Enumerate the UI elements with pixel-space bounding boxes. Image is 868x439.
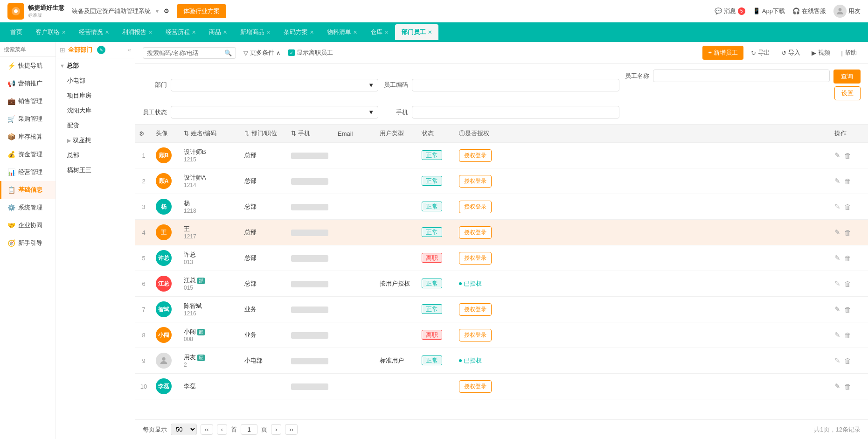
gear-setting-icon[interactable]: ⚙ bbox=[164, 7, 169, 14]
online-service-item[interactable]: 🎧 在线客服 bbox=[792, 7, 826, 15]
tab-new-goods[interactable]: 新增商品 ✕ bbox=[234, 24, 277, 40]
delete-icon[interactable]: 🗑 bbox=[844, 254, 851, 262]
sidebar-item-system[interactable]: ⚙️ 系统管理 bbox=[0, 199, 56, 216]
settings-icon[interactable]: ⚙ bbox=[139, 130, 145, 137]
edit-icon[interactable]: ✎ bbox=[834, 382, 840, 390]
close-icon[interactable]: ✕ bbox=[384, 29, 389, 35]
delete-icon[interactable]: 🗑 bbox=[844, 383, 851, 390]
auth-login-button[interactable]: 授权登录 bbox=[459, 149, 492, 162]
sidebar-item-shortcut[interactable]: ⚡ 快捷导航 bbox=[0, 57, 56, 75]
delete-icon[interactable]: 🗑 bbox=[844, 229, 851, 237]
edit-icon[interactable]: ✎ bbox=[834, 202, 840, 211]
close-icon[interactable]: ✕ bbox=[105, 29, 109, 35]
delete-icon[interactable]: 🗑 bbox=[844, 203, 851, 211]
emp-status-select[interactable]: ▼ bbox=[171, 106, 378, 118]
edit-icon[interactable]: ✎ bbox=[834, 228, 840, 237]
first-page-button[interactable]: ‹‹ bbox=[201, 424, 213, 435]
tab-history[interactable]: 经营历程 ✕ bbox=[159, 24, 202, 40]
auth-login-button[interactable]: 授权登录 bbox=[459, 303, 492, 316]
sidebar-search-input[interactable] bbox=[4, 46, 56, 53]
edit-icon[interactable]: ✎ bbox=[834, 254, 840, 262]
last-page-button[interactable]: ›› bbox=[285, 424, 298, 435]
message-item[interactable]: 💬 消息 5 bbox=[715, 7, 745, 15]
tab-customer[interactable]: 客户联络 ✕ bbox=[29, 24, 72, 40]
edit-icon[interactable]: ✎ bbox=[834, 279, 840, 288]
close-icon[interactable]: ✕ bbox=[62, 29, 66, 35]
sidebar-item-marketing[interactable]: 📢 营销推广 bbox=[0, 75, 56, 92]
trial-button[interactable]: 体验行业方案 bbox=[177, 4, 226, 18]
export-button[interactable]: ↻ 导出 bbox=[747, 47, 774, 59]
delete-icon[interactable]: 🗑 bbox=[844, 331, 851, 339]
edit-icon[interactable]: ✎ bbox=[834, 177, 840, 185]
delete-icon[interactable]: 🗑 bbox=[844, 357, 851, 365]
auth-login-button[interactable]: 授权登录 bbox=[459, 226, 492, 239]
sidebar-item-guide[interactable]: 🧭 新手引导 bbox=[0, 234, 56, 252]
close-icon[interactable]: ✕ bbox=[223, 29, 227, 35]
dept-node-small-electric[interactable]: 小电部 bbox=[56, 73, 135, 88]
auth-login-button[interactable]: 授权登录 bbox=[459, 380, 492, 393]
edit-icon[interactable]: ✎ bbox=[834, 305, 840, 314]
next-page-button[interactable]: › bbox=[271, 424, 281, 435]
sidebar-item-management[interactable]: 📊 经营管理 bbox=[0, 163, 56, 181]
show-resigned-checkbox[interactable]: ✓ bbox=[288, 49, 295, 56]
view-button[interactable]: ▶ 视频 bbox=[808, 47, 834, 59]
th-name-code[interactable]: ⇅ 姓名/编码 bbox=[180, 125, 241, 143]
user-item[interactable]: 用友 bbox=[833, 5, 861, 18]
prev-page-button[interactable]: ‹ bbox=[217, 424, 227, 435]
delete-icon[interactable]: 🗑 bbox=[844, 177, 851, 185]
dept-node-plant[interactable]: 槁树王三 bbox=[56, 163, 135, 178]
close-icon[interactable]: ✕ bbox=[266, 29, 271, 35]
tab-home[interactable]: 首页 bbox=[4, 24, 29, 40]
page-number-input[interactable] bbox=[241, 424, 257, 435]
dept-filter-select[interactable]: ▼ bbox=[171, 79, 378, 91]
th-phone[interactable]: ⇅ 手机 bbox=[287, 125, 334, 143]
phone-input[interactable] bbox=[412, 106, 619, 118]
auth-login-button[interactable]: 授权登录 bbox=[459, 201, 492, 213]
help-button[interactable]: | 帮助 bbox=[838, 47, 861, 59]
dept-edit-icon[interactable]: ✎ bbox=[97, 46, 105, 54]
delete-icon[interactable]: 🗑 bbox=[844, 280, 851, 288]
page-size-select[interactable]: 50 10 20 100 bbox=[171, 424, 197, 435]
more-filter-button[interactable]: ▽ 更多条件 ∧ bbox=[240, 47, 285, 59]
close-icon[interactable]: ✕ bbox=[353, 29, 357, 35]
auth-login-button[interactable]: 授权登录 bbox=[459, 252, 492, 265]
auth-login-button[interactable]: 授权登录 bbox=[459, 329, 492, 341]
close-icon[interactable]: ✕ bbox=[148, 29, 153, 35]
dept-node-hq2[interactable]: 总部 bbox=[56, 148, 135, 163]
sidebar-item-basic-info[interactable]: 📋 基础信息 bbox=[0, 181, 56, 199]
dept-node-shenyang[interactable]: 沈阳大库 bbox=[56, 103, 135, 118]
sidebar-item-purchase[interactable]: 🛒 采购管理 bbox=[0, 110, 56, 128]
sidebar-item-finance[interactable]: 💰 资金管理 bbox=[0, 146, 56, 163]
edit-icon[interactable]: ✎ bbox=[834, 151, 840, 160]
edit-icon[interactable]: ✎ bbox=[834, 331, 840, 339]
settings-action-button[interactable]: 设置 bbox=[834, 86, 861, 100]
tab-bom[interactable]: 物料清单 ✕ bbox=[320, 24, 364, 40]
close-icon[interactable]: ✕ bbox=[428, 29, 432, 35]
tab-operation[interactable]: 经营情况 ✕ bbox=[72, 24, 116, 40]
import-button[interactable]: ↺ 导入 bbox=[778, 47, 804, 59]
delete-icon[interactable]: 🗑 bbox=[844, 152, 851, 160]
dept-node-distribution[interactable]: 配货 bbox=[56, 118, 135, 133]
search-action-button[interactable]: 查询 bbox=[833, 70, 861, 84]
tab-profit[interactable]: 利润报告 ✕ bbox=[116, 24, 159, 40]
dropdown-arrow-icon[interactable]: ▼ bbox=[154, 8, 160, 14]
dept-node-double-seat[interactable]: ▶ 双座想 bbox=[56, 133, 135, 148]
tab-barcode[interactable]: 条码方案 ✕ bbox=[277, 24, 320, 40]
th-dept-position[interactable]: ⇅ 部门/职位 bbox=[241, 125, 287, 143]
dept-node-headquarter[interactable]: ▼ 总部 bbox=[56, 58, 135, 73]
show-resigned-checkbox-wrap[interactable]: ✓ 显示离职员工 bbox=[288, 49, 333, 57]
edit-icon[interactable]: ✎ bbox=[834, 356, 840, 365]
close-icon[interactable]: ✕ bbox=[310, 29, 314, 35]
collapse-panel-icon[interactable]: « bbox=[128, 47, 131, 53]
sidebar-item-collab[interactable]: 🤝 企业协同 bbox=[0, 216, 56, 234]
dept-node-project-warehouse[interactable]: 项目库房 bbox=[56, 88, 135, 103]
tab-goods[interactable]: 商品 ✕ bbox=[202, 24, 234, 40]
tab-department-staff[interactable]: 部门员工 ✕ bbox=[395, 24, 438, 40]
sidebar-item-sales[interactable]: 💼 销售管理 bbox=[0, 92, 56, 110]
search-icon[interactable]: 🔍 bbox=[224, 49, 232, 56]
sidebar-item-inventory[interactable]: 📦 库存核算 bbox=[0, 128, 56, 146]
auth-login-button[interactable]: 授权登录 bbox=[459, 175, 492, 188]
add-employee-button[interactable]: + 新增员工 bbox=[702, 46, 743, 60]
delete-icon[interactable]: 🗑 bbox=[844, 306, 851, 314]
emp-code-input[interactable] bbox=[412, 79, 619, 91]
